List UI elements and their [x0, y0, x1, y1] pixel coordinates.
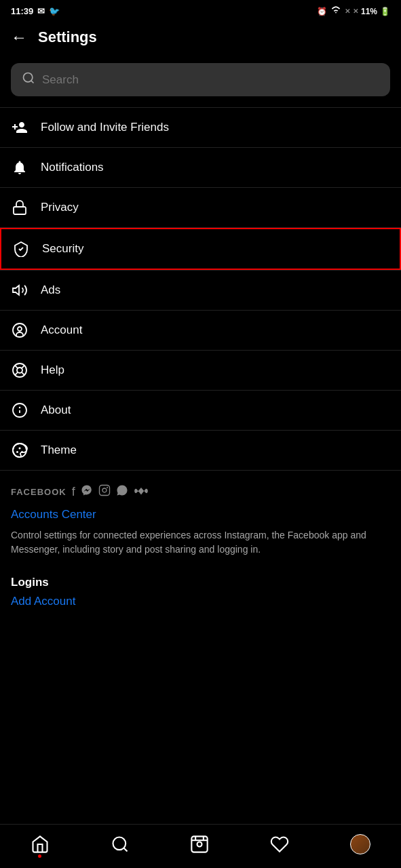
svg-point-20: [102, 488, 107, 492]
sidebar-item-security[interactable]: Security: [0, 228, 401, 270]
sidebar-item-about[interactable]: About: [0, 391, 401, 430]
sidebar-item-notifications[interactable]: Notifications: [0, 148, 401, 187]
search-bar[interactable]: [11, 63, 390, 96]
home-dot: [38, 854, 41, 858]
accounts-center-desc: Control settings for connected experienc…: [11, 528, 390, 557]
nav-home[interactable]: [22, 832, 58, 856]
sidebar-item-follow-invite[interactable]: Follow and Invite Friends: [0, 108, 401, 147]
logins-section: Logins Add Account: [0, 562, 401, 614]
sidebar-item-privacy[interactable]: Privacy: [0, 188, 401, 227]
svg-point-4: [13, 323, 26, 337]
security-label: Security: [42, 242, 83, 256]
facebook-brand-row: FACEBOOK f: [11, 484, 390, 500]
ads-label: Ads: [41, 283, 60, 297]
svg-point-16: [16, 451, 18, 453]
gmail-icon: ✉: [37, 6, 45, 16]
svg-point-0: [24, 73, 33, 82]
bottom-nav: [0, 824, 401, 868]
svg-point-21: [107, 488, 107, 488]
person-add-icon: [11, 119, 28, 136]
person-circle-icon: [11, 321, 28, 339]
svg-line-9: [22, 372, 24, 375]
help-label: Help: [41, 363, 64, 377]
instagram-icon: [98, 484, 111, 500]
add-account-link[interactable]: Add Account: [11, 595, 390, 608]
signal-off-icon: ✕: [345, 7, 350, 15]
svg-point-7: [17, 368, 22, 373]
svg-line-10: [22, 366, 24, 368]
page-header: ← Settings: [0, 20, 401, 58]
battery: 11%: [361, 7, 377, 16]
nav-search[interactable]: [102, 832, 138, 856]
back-button[interactable]: ←: [11, 28, 27, 47]
logins-title: Logins: [11, 576, 390, 589]
alarm-icon: ⏰: [317, 7, 327, 16]
theme-label: Theme: [41, 443, 77, 457]
svg-point-22: [113, 837, 126, 850]
sidebar-item-ads[interactable]: Ads: [0, 271, 401, 310]
svg-rect-24: [192, 836, 208, 852]
facebook-section: FACEBOOK f: [0, 471, 401, 562]
svg-line-8: [15, 366, 18, 368]
battery-icon: 🔋: [380, 7, 390, 16]
svg-line-11: [15, 372, 18, 375]
nav-reels[interactable]: [182, 832, 217, 856]
meta-icon: [134, 485, 149, 499]
status-bar: 11:39 ✉ 🐦 ⏰ ✕ ✕ 11% 🔋: [0, 0, 401, 20]
megaphone-icon: [11, 281, 28, 299]
palette-icon: [11, 441, 28, 459]
twitter-icon: 🐦: [49, 6, 60, 16]
svg-rect-2: [14, 207, 26, 214]
signal-icon: ✕: [353, 7, 358, 15]
svg-point-17: [19, 448, 21, 450]
follow-invite-label: Follow and Invite Friends: [41, 121, 169, 134]
search-icon: [22, 71, 35, 88]
shield-check-icon: [12, 240, 30, 258]
account-label: Account: [41, 323, 82, 337]
status-left: 11:39 ✉ 🐦: [11, 6, 60, 16]
messenger-icon: [81, 484, 93, 500]
menu-list: Follow and Invite Friends Notifications …: [0, 107, 401, 471]
help-circle-icon: [11, 361, 28, 379]
svg-line-1: [31, 81, 34, 83]
facebook-icon: f: [72, 485, 75, 499]
privacy-label: Privacy: [41, 201, 79, 214]
facebook-brand-text: FACEBOOK: [11, 487, 66, 497]
lock-icon: [11, 199, 28, 216]
svg-rect-19: [99, 486, 109, 496]
search-input[interactable]: [42, 73, 379, 87]
about-label: About: [41, 403, 71, 417]
wifi-icon: [330, 5, 342, 17]
reels-icon: [190, 835, 209, 854]
fb-social-icons: f: [72, 484, 149, 500]
info-circle-icon: [11, 401, 28, 419]
svg-point-5: [18, 327, 22, 331]
svg-marker-3: [13, 285, 19, 295]
sidebar-item-account[interactable]: Account: [0, 311, 401, 350]
bell-icon: [11, 159, 28, 176]
accounts-center-link[interactable]: Accounts Center: [11, 508, 390, 521]
sidebar-item-theme[interactable]: Theme: [0, 431, 401, 470]
page-title: Settings: [38, 28, 97, 46]
svg-line-23: [123, 848, 127, 851]
nav-profile[interactable]: [342, 831, 379, 857]
time: 11:39: [11, 6, 33, 16]
avatar: [350, 834, 370, 854]
home-icon: [31, 835, 50, 854]
heart-icon: [270, 835, 289, 854]
search-nav-icon: [111, 835, 130, 854]
status-right: ⏰ ✕ ✕ 11% 🔋: [317, 5, 390, 17]
svg-point-25: [197, 842, 202, 847]
sidebar-item-help[interactable]: Help: [0, 351, 401, 390]
nav-activity[interactable]: [262, 832, 297, 856]
notifications-label: Notifications: [41, 161, 104, 174]
whatsapp-icon: [116, 484, 128, 500]
